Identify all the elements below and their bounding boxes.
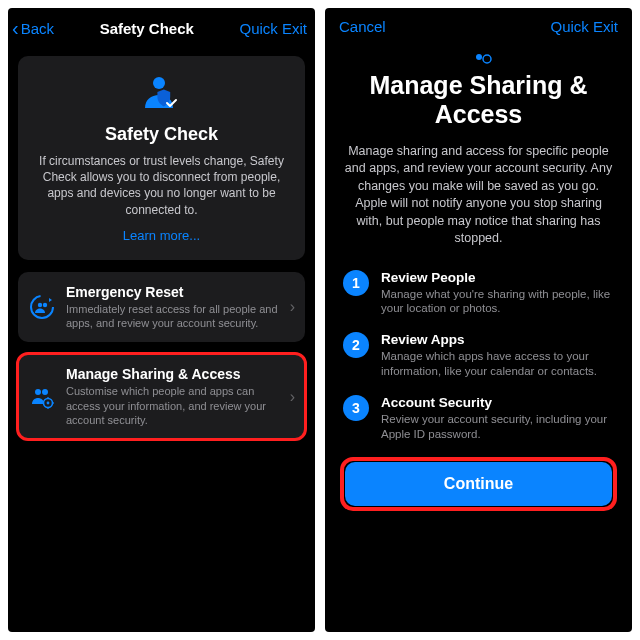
svg-point-2 [38,303,42,307]
step-body: Account Security Review your account sec… [381,395,614,442]
person-shield-icon [32,74,291,114]
step-body: Review People Manage what you're sharing… [381,270,614,317]
emergency-reset-sub: Immediately reset access for all people … [66,302,280,331]
back-button[interactable]: ‹ Back [12,18,54,38]
step-title: Review People [381,270,614,285]
step-sub: Review your account security, including … [381,412,614,442]
people-gear-icon [343,49,614,65]
page-title: Manage Sharing & Access [343,71,614,129]
nav-title: Safety Check [100,20,194,37]
quick-exit-button[interactable]: Quick Exit [239,20,307,37]
chevron-left-icon: ‹ [12,18,19,38]
safety-check-card: Safety Check If circumstances or trust l… [18,56,305,260]
row-text: Emergency Reset Immediately reset access… [66,284,280,331]
screen-safety-check: ‹ Back Safety Check Quick Exit Safety Ch… [8,8,315,632]
svg-point-6 [42,389,48,395]
manage-sharing-title: Manage Sharing & Access [66,366,280,382]
step-number-badge: 2 [343,332,369,358]
screen-manage-sharing: Cancel Quick Exit Manage Sharing & Acces… [325,8,632,632]
svg-point-14 [483,55,491,63]
navbar: ‹ Back Safety Check Quick Exit [8,8,315,48]
hero-body: If circumstances or trust levels change,… [32,153,291,218]
cancel-button[interactable]: Cancel [339,18,386,35]
content: Safety Check If circumstances or trust l… [8,48,315,632]
svg-point-0 [153,77,165,89]
svg-point-8 [47,401,50,404]
chevron-right-icon: › [290,388,295,406]
svg-point-13 [476,54,482,60]
learn-more-link[interactable]: Learn more... [123,228,200,243]
content: Manage Sharing & Access Manage sharing a… [325,45,632,632]
manage-sharing-sub: Customise which people and apps can acce… [66,384,280,427]
svg-marker-4 [49,298,52,302]
step-review-apps: 2 Review Apps Manage which apps have acc… [343,332,614,379]
step-sub: Manage which apps have access to your in… [381,349,614,379]
navbar: Cancel Quick Exit [325,8,632,45]
steps-list: 1 Review People Manage what you're shari… [343,270,614,443]
continue-button[interactable]: Continue [345,462,612,506]
step-sub: Manage what you're sharing with people, … [381,287,614,317]
step-body: Review Apps Manage which apps have acces… [381,332,614,379]
step-number-badge: 1 [343,270,369,296]
row-text: Manage Sharing & Access Customise which … [66,366,280,427]
emergency-reset-row[interactable]: Emergency Reset Immediately reset access… [18,272,305,343]
reset-people-icon [28,294,56,320]
svg-point-3 [43,303,47,307]
chevron-right-icon: › [290,298,295,316]
quick-exit-button[interactable]: Quick Exit [550,18,618,35]
continue-highlight: Continue [343,460,614,508]
step-title: Account Security [381,395,614,410]
people-gear-icon [28,384,56,410]
manage-sharing-row[interactable]: Manage Sharing & Access Customise which … [18,354,305,439]
back-label: Back [21,20,54,37]
hero-title: Safety Check [32,124,291,145]
svg-point-5 [35,389,41,395]
step-number-badge: 3 [343,395,369,421]
step-title: Review Apps [381,332,614,347]
step-account-security: 3 Account Security Review your account s… [343,395,614,442]
page-body: Manage sharing and access for specific p… [343,143,614,248]
step-review-people: 1 Review People Manage what you're shari… [343,270,614,317]
emergency-reset-title: Emergency Reset [66,284,280,300]
